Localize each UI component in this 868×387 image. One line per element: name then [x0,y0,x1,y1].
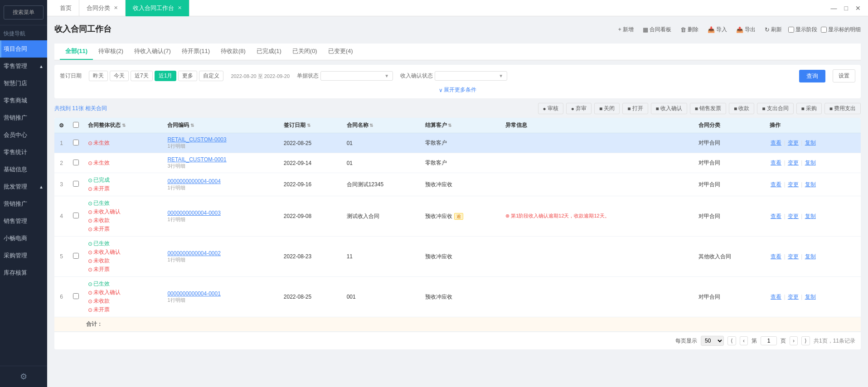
review-button[interactable]: ● 审核 [538,103,563,114]
sidebar-item-sales[interactable]: 销售管理 [0,213,47,230]
op-复制-link[interactable]: 复制 [805,253,816,260]
contract-code-link[interactable]: 0000000000004-0003 [167,210,220,216]
date-btn-yesterday[interactable]: 昨天 [89,71,108,81]
row-checkbox[interactable] [73,140,79,145]
close-button[interactable]: ✕ [853,4,863,13]
contract-code-link[interactable]: 0000000000004-0004 [167,178,220,184]
new-button[interactable]: + 新增 [616,24,636,35]
sidebar-item-purchase[interactable]: 采购管理 [0,247,47,264]
sidebar-item-project[interactable]: 项目合同 [0,40,47,58]
contract-board-button[interactable]: ▦ 合同看板 [640,24,674,35]
row-checkbox[interactable] [73,181,79,187]
date-btn-more[interactable]: 更多 [178,71,197,81]
status-tab-pending-confirm[interactable]: 待收入确认(7) [129,44,176,60]
refresh-button[interactable]: ↻ 刷新 [762,24,785,35]
op-查看-link[interactable]: 查看 [771,140,781,146]
op-复制-link[interactable]: 复制 [805,213,816,219]
import-button[interactable]: 📥 导入 [705,24,730,35]
page-input[interactable] [761,336,777,345]
sidebar-item-retail[interactable]: 零售管理 ▲ [0,58,47,75]
sidebar-item-basic[interactable]: 基础信息 [0,161,47,178]
export-button[interactable]: 📤 导出 [733,24,758,35]
status-tab-pending-review[interactable]: 待审核(2) [93,44,129,60]
th-settings[interactable]: ⚙ [54,118,68,133]
tab-close-contract-cat[interactable]: ✕ [114,5,118,11]
expand-more-btn[interactable]: ∨ 展开更多条件 [439,86,476,94]
status-tab-completed[interactable]: 已完成(1) [251,44,287,60]
expense-out-button[interactable]: ■ 费用支出 [824,103,861,114]
prev-page-button[interactable]: ‹ [740,336,748,345]
op-复制-link[interactable]: 复制 [805,294,816,300]
date-btn-today[interactable]: 今天 [110,71,129,81]
first-page-button[interactable]: ⟨ [727,336,736,345]
collect-payment-button[interactable]: ■ 收款 [729,103,754,114]
show-cols-checkbox[interactable]: 显示阶段 [788,26,817,34]
op-复制-link[interactable]: 复制 [805,160,816,166]
next-page-button[interactable]: › [790,336,798,345]
th-sign-date[interactable]: 签订日期 [279,118,342,133]
date-btn-custom[interactable]: 自定义 [199,71,223,81]
date-btn-1month[interactable]: 近1月 [155,71,177,81]
th-checkbox[interactable] [68,118,83,133]
sidebar-item-inventory[interactable]: 库存核算 [0,264,47,281]
contract-code-link[interactable]: RETAIL_CUSTOM-0003 [167,136,226,143]
tab-close-income[interactable]: ✕ [178,5,182,11]
last-page-button[interactable]: ⟩ [801,336,810,345]
th-contract-status[interactable]: 合同整体状态 [83,118,163,133]
maximize-button[interactable]: □ [843,4,850,13]
status-tab-changed[interactable]: 已变更(4) [323,44,359,60]
th-contract-code[interactable]: 合同编码 [163,118,279,133]
search-menu-button[interactable]: 搜索菜单 [4,5,44,19]
row-checkbox[interactable] [73,160,79,165]
op-变更-link[interactable]: 变更 [788,160,799,166]
tab-contract-cat[interactable]: 合同分类 ✕ [79,0,126,16]
contract-code-link[interactable]: RETAIL_CUSTOM-0001 [167,156,226,163]
settings-icon[interactable]: ⚙ [20,372,27,382]
th-contract-name[interactable]: 合同名称 [342,118,421,133]
close-contract-button[interactable]: ■ 关闭 [594,103,620,114]
row-checkbox[interactable] [73,213,79,218]
sidebar-item-marketing[interactable]: 营销推广 [0,109,47,126]
query-button[interactable]: 查询 [799,70,825,82]
op-变更-link[interactable]: 变更 [788,294,799,300]
row-checkbox[interactable] [73,253,79,259]
sidebar-item-member[interactable]: 会员中心 [0,126,47,144]
purchase-button[interactable]: ■ 采购 [796,103,822,114]
sidebar-item-smartshop[interactable]: 智慧门店 [0,75,47,92]
date-btn-7days[interactable]: 近7天 [131,71,153,81]
op-复制-link[interactable]: 复制 [805,140,816,146]
contract-code-link[interactable]: 0000000000004-0002 [167,250,220,256]
sidebar-item-stats[interactable]: 零售统计 [0,144,47,161]
tab-income-workbench[interactable]: 收入合同工作台 ✕ [126,0,189,16]
status-tab-all[interactable]: 全部(11) [60,44,93,60]
per-page-select[interactable]: 50 100 200 [701,336,724,346]
op-查看-link[interactable]: 查看 [771,181,781,188]
op-查看-link[interactable]: 查看 [771,213,781,219]
status-tab-pending-invoice[interactable]: 待开票(11) [176,44,215,60]
op-变更-link[interactable]: 变更 [788,140,799,146]
income-confirm-button[interactable]: ■ 收入确认 [651,103,687,114]
sidebar-item-wholesale[interactable]: 批发管理 ▲ [0,178,47,195]
op-查看-link[interactable]: 查看 [771,294,781,300]
op-变更-link[interactable]: 变更 [788,253,799,260]
doc-status-select[interactable]: ▼ [320,71,393,81]
op-变更-link[interactable]: 变更 [788,213,799,219]
minimize-button[interactable]: — [829,4,839,13]
delete-button[interactable]: 🗑 删除 [678,24,701,35]
sidebar-item-ecommerce[interactable]: 零售商城 [0,92,47,109]
filter-setting-button[interactable]: 设置 [833,69,855,82]
op-变更-link[interactable]: 变更 [788,181,799,188]
expense-contract-button[interactable]: ■ 支出合同 [757,103,793,114]
open-contract-button[interactable]: ■ 打开 [622,103,648,114]
status-tab-closed[interactable]: 已关闭(0) [287,44,323,60]
income-confirm-select[interactable]: ▼ [435,71,507,81]
op-查看-link[interactable]: 查看 [771,160,781,166]
contract-code-link[interactable]: 0000000000004-0001 [167,290,220,297]
th-customer[interactable]: 结算客户 [421,118,501,133]
sidebar-item-xiaochange[interactable]: 小畅电商 [0,230,47,247]
op-复制-link[interactable]: 复制 [805,181,816,188]
row-checkbox[interactable] [73,293,79,299]
show-details-checkbox[interactable]: 显示标的明细 [821,26,861,34]
status-tab-pending-payment[interactable]: 待收款(8) [215,44,251,60]
sidebar-item-mktg2[interactable]: 营销推广 [0,195,47,213]
